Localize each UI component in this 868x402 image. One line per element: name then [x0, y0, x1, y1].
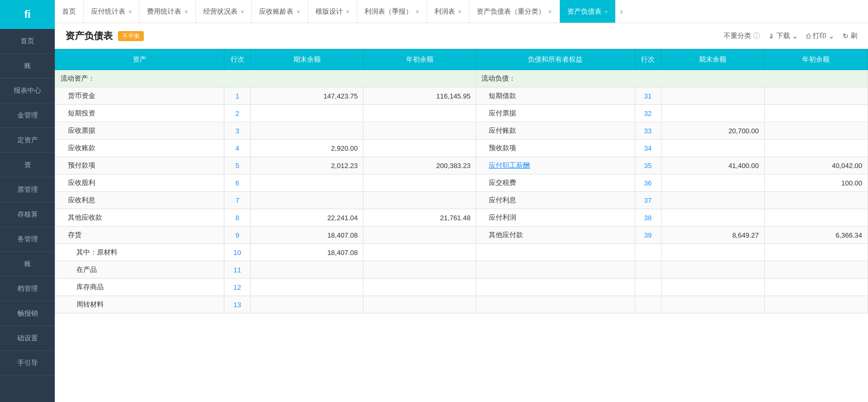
begin-balance-right: [764, 244, 867, 261]
sidebar-item-fixed-assets[interactable]: 定资产: [0, 128, 55, 153]
begin-balance-left: [363, 192, 476, 209]
tab-scroll-right[interactable]: ›: [616, 7, 627, 16]
liability-name: 应付账款: [476, 122, 635, 140]
sidebar-item-expense[interactable]: 畅报销: [0, 301, 55, 326]
row-num-right: 39: [635, 227, 661, 244]
close-icon[interactable]: ×: [346, 8, 349, 15]
end-balance-left: 2,920.00: [251, 140, 363, 157]
close-icon[interactable]: ×: [605, 8, 608, 15]
help-icon[interactable]: ⓘ: [753, 31, 760, 41]
sidebar-item-guide[interactable]: 手引导: [0, 351, 55, 376]
liability-name: 短期借款: [476, 87, 635, 105]
begin-balance-left: [363, 140, 476, 157]
begin-balance-left: [363, 174, 476, 192]
row-num-right: [635, 279, 661, 296]
header-actions: 不重分类 ⓘ ⇓ 下载 ⌄ ⎙ 打印 ⌄ ↻ 刷: [724, 31, 857, 41]
print-arrow-icon: ⌄: [828, 32, 834, 40]
asset-name: 应收票据: [55, 122, 224, 140]
no-reclassify-label: 不重分类: [724, 31, 751, 41]
tab-profit-quarterly[interactable]: 利润表（季报） ×: [357, 0, 427, 23]
page-title-area: 资产负债表 不平衡: [65, 30, 144, 42]
asset-name: 在产品: [55, 261, 224, 279]
table-row: 货币资金 1 147,423.75 116,145.95 短期借款 31: [55, 87, 868, 105]
begin-balance-right: [764, 87, 867, 105]
col-end-right: 期末余额: [661, 50, 764, 70]
row-num-right: 34: [635, 140, 661, 157]
col-asset: 资产: [55, 50, 224, 70]
table-row: 周转材料 13: [55, 296, 868, 313]
download-button[interactable]: ⇓ 下载 ⌄: [768, 31, 798, 41]
sidebar-item-ledger[interactable]: 账: [0, 54, 55, 79]
begin-balance-right: [764, 105, 867, 122]
row-num-left: 10: [224, 244, 251, 261]
begin-balance-right: [764, 122, 867, 140]
asset-name: 短期投资: [55, 105, 224, 122]
end-balance-right: [661, 296, 764, 313]
sidebar-item-reports[interactable]: 报表中心: [0, 79, 55, 103]
end-balance-left: [251, 192, 363, 209]
row-num-left: 3: [224, 122, 251, 140]
liability-name: 应付票据: [476, 105, 635, 122]
begin-balance-right: [764, 279, 867, 296]
sidebar-item-tax[interactable]: 务管理: [0, 227, 55, 252]
close-icon[interactable]: ×: [548, 8, 551, 15]
tab-operations[interactable]: 经营状况表 ×: [196, 0, 252, 23]
tab-home[interactable]: 首页: [55, 0, 84, 23]
close-icon[interactable]: ×: [129, 8, 132, 15]
close-icon[interactable]: ×: [416, 8, 419, 15]
tab-balance-reclassify[interactable]: 资产负债表（重分类） ×: [469, 0, 559, 23]
end-balance-left: 18,407.08: [251, 244, 363, 261]
tab-template-design[interactable]: 模版设计 ×: [308, 0, 357, 23]
close-icon[interactable]: ×: [184, 8, 188, 15]
tab-balance-sheet[interactable]: 资产负债表 ×: [560, 0, 616, 23]
table-row: 应收账款 4 2,920.00 预收款项 34: [55, 140, 868, 157]
sidebar-item-bills[interactable]: 票管理: [0, 178, 55, 202]
end-balance-left: [251, 279, 363, 296]
sidebar-item-home[interactable]: 首页: [0, 29, 55, 54]
table-row: 库存商品 12: [55, 279, 868, 296]
close-icon[interactable]: ×: [297, 8, 300, 15]
table-row: 其中：原材料 10 18,407.08: [55, 244, 868, 261]
close-icon[interactable]: ×: [241, 8, 244, 15]
asset-name: 应收利息: [55, 192, 224, 209]
refresh-icon: ↻: [843, 32, 849, 40]
print-button[interactable]: ⎙ 打印 ⌄: [806, 31, 834, 41]
liability-name: [476, 296, 635, 313]
sidebar-item-cash[interactable]: 金管理: [0, 103, 55, 128]
sidebar-item-archive[interactable]: 档管理: [0, 277, 55, 301]
sidebar-item-inventory[interactable]: 存核算: [0, 202, 55, 227]
page-title: 资产负债表: [65, 30, 113, 42]
begin-balance-left: [363, 105, 476, 122]
sidebar: fi 首页 账 报表中心 金管理 定资产 资 票管理 存核算 务管理 账 档管理…: [0, 0, 55, 402]
close-icon[interactable]: ×: [458, 8, 461, 15]
tab-expense-stats[interactable]: 费用统计表 ×: [140, 0, 195, 23]
end-balance-right: [661, 209, 764, 227]
table-row: 存货 9 18,407.08 其他应付款 39 8,649.27 6,366.3…: [55, 227, 868, 244]
section-current-assets: 流动资产： 流动负债：: [55, 70, 868, 87]
tab-profit[interactable]: 利润表 ×: [427, 0, 469, 23]
print-icon: ⎙: [806, 32, 811, 40]
col-begin-left: 年初余额: [363, 50, 476, 70]
table-row: 短期投资 2 应付票据 32: [55, 105, 868, 122]
begin-balance-left: [363, 122, 476, 140]
liability-name: 应付职工薪酬: [476, 157, 635, 174]
end-balance-left: [251, 261, 363, 279]
begin-balance-left: [363, 244, 476, 261]
no-reclassify-button[interactable]: 不重分类 ⓘ: [724, 31, 760, 41]
end-balance-right: [661, 261, 764, 279]
sidebar-item-settings[interactable]: 础设置: [0, 326, 55, 351]
sidebar-item-account[interactable]: 账: [0, 252, 55, 277]
table-container: 资产 行次 期末余额 年初余额 负债和所有者权益 行次 期末余额 年初余额 流动…: [55, 49, 868, 402]
begin-balance-right: [764, 209, 867, 227]
end-balance-left: 147,423.75: [251, 87, 363, 105]
tab-payable-stats[interactable]: 应付统计表 ×: [84, 0, 140, 23]
sidebar-logo: fi: [0, 0, 55, 29]
liability-name: [476, 279, 635, 296]
begin-balance-left: [363, 227, 476, 244]
tab-receivable-aging[interactable]: 应收账龄表 ×: [252, 0, 308, 23]
begin-balance-right: 6,366.34: [764, 227, 867, 244]
refresh-button[interactable]: ↻ 刷: [843, 31, 857, 41]
sidebar-item-investment[interactable]: 资: [0, 153, 55, 178]
liability-name: 预收款项: [476, 140, 635, 157]
asset-name: 其中：原材料: [55, 244, 224, 261]
